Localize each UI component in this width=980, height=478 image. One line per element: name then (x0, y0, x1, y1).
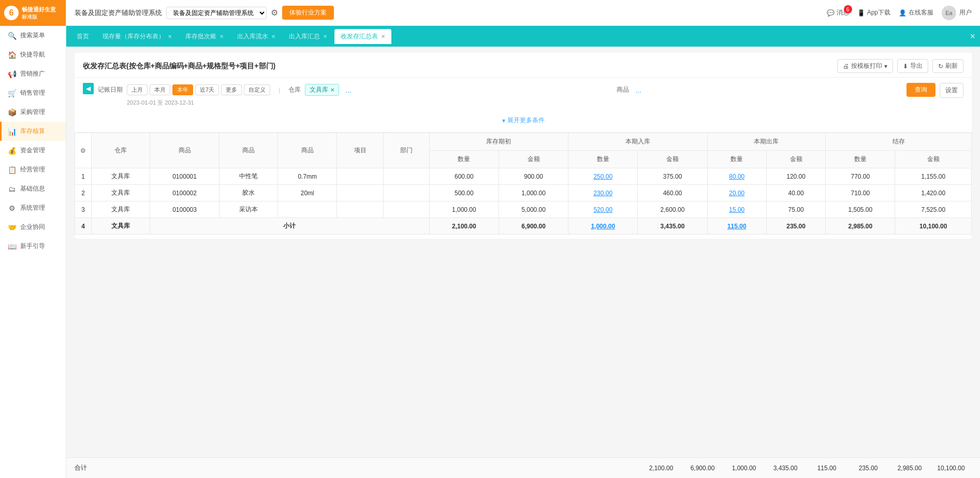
tab-inout-flow[interactable]: 出入库流水✕ (231, 29, 282, 44)
tab-home[interactable]: 首页 (70, 29, 95, 44)
tab-inventory-dist[interactable]: 现存量（库存分布表）✕ (96, 29, 178, 44)
online-service-button[interactable]: 👤 在线客服 (899, 8, 933, 17)
warehouse-tag-text: 文具库 (310, 85, 328, 94)
row-bal-amount: 1,155.00 (895, 168, 972, 185)
sidebar-item-purchase[interactable]: 📦采购管理 (0, 103, 66, 122)
row-project (337, 201, 383, 218)
sidebar-item-label: 系统管理 (20, 204, 45, 212)
sidebar-item-operations[interactable]: 📋经营管理 (0, 160, 66, 179)
service-icon: 👤 (899, 9, 906, 17)
sidebar-item-quick-nav[interactable]: 🏠快捷导航 (0, 45, 66, 64)
row-out-qty[interactable]: 80.00 (707, 168, 766, 185)
col-out-qty: 数量 (707, 151, 766, 168)
tab-batch-account[interactable]: 库存批次账✕ (179, 29, 230, 44)
row-goods-name: 中性笔 (220, 168, 278, 185)
row-begin-amount: 900.00 (499, 168, 568, 185)
date-btn-更多[interactable]: 更多 (221, 84, 242, 95)
date-filter-label: 记账日期 (98, 85, 123, 94)
row-goods-spec: 0.7mm (278, 168, 337, 185)
goods-more-button[interactable]: ... (633, 86, 643, 94)
tab-close-inout-summary[interactable]: ✕ (323, 34, 327, 39)
warehouse-more-button[interactable]: ... (343, 86, 354, 94)
sidebar-item-search[interactable]: 🔍搜索菜单 (0, 26, 66, 45)
tab-inout-summary[interactable]: 出入库汇总✕ (283, 29, 333, 44)
total-bal-amount: 10,100.00 (930, 465, 972, 472)
refresh-button[interactable]: ↻ 刷新 (932, 59, 963, 73)
search-icon: 🔍 (8, 32, 16, 40)
col-project: 项目 (337, 133, 383, 168)
sidebar-item-label: 企业协同 (20, 223, 45, 231)
row-warehouse: 文具库 (92, 168, 150, 185)
sidebar-item-finance[interactable]: 💰资金管理 (0, 141, 66, 160)
header-settings-button[interactable]: ⚙ (271, 8, 278, 18)
experience-button[interactable]: 体验行业方案 (282, 6, 334, 20)
row-project (337, 168, 383, 185)
row-bal-qty: 710.00 (826, 185, 895, 201)
col-balance: 结存 (826, 133, 972, 151)
tab-close-inventory-dist[interactable]: ✕ (168, 34, 172, 39)
col-period-begin: 库存期初 (429, 133, 568, 151)
col-goods-spec: 商品 (278, 133, 337, 168)
print-button[interactable]: 🖨 按模板打印 ▾ (837, 59, 893, 73)
col-period-in: 本期入库 (568, 133, 707, 151)
col-begin-qty: 数量 (429, 151, 499, 168)
app-download-button[interactable]: 📱 App下载 (857, 8, 890, 17)
row-index: 3 (75, 201, 92, 218)
tab-close-batch-account[interactable]: ✕ (220, 34, 224, 39)
date-btn-近7天[interactable]: 近7天 (195, 84, 219, 95)
total-in-qty: 1,000.00 (723, 465, 765, 472)
row-in-amount: 375.00 (638, 168, 707, 185)
row-in-qty[interactable]: 230.00 (568, 185, 638, 201)
warehouse-remove-icon[interactable]: ✕ (330, 87, 334, 93)
row-begin-qty: 600.00 (429, 168, 499, 185)
expand-filter-button[interactable]: ▾ 展开更多条件 (502, 116, 545, 125)
row-in-qty[interactable]: 250.00 (568, 168, 638, 185)
row-goods-code: 0100003 (150, 201, 219, 218)
tabs-close-right[interactable]: ✕ (966, 32, 976, 40)
subtotal-begin-amount: 6,900.00 (499, 218, 568, 235)
date-btn-本年[interactable]: 本年 (172, 84, 193, 95)
tab-close-inout-flow[interactable]: ✕ (271, 34, 275, 39)
row-out-qty[interactable]: 20.00 (707, 185, 766, 201)
total-out-qty: 115.00 (806, 465, 847, 472)
sidebar-item-enterprise[interactable]: 🤝企业协同 (0, 218, 66, 237)
filter-collapse-button[interactable]: ◀ (83, 83, 94, 94)
subtotal-index: 4 (75, 218, 92, 235)
print-icon: 🖨 (843, 63, 849, 70)
sidebar-item-guide[interactable]: 📖新手引导 (0, 237, 66, 256)
warehouse-filter-label: 仓库 (288, 85, 301, 94)
date-btn-自定义[interactable]: 自定义 (244, 84, 270, 95)
sidebar-item-label: 采购管理 (20, 108, 45, 117)
finance-icon: 💰 (8, 147, 16, 155)
sidebar-item-basic-info[interactable]: 🗂基础信息 (0, 179, 66, 198)
row-bal-amount: 7,525.00 (895, 201, 972, 218)
sidebar-item-inventory[interactable]: 📊库存核算 (0, 122, 66, 141)
sidebar-item-sales[interactable]: 🛒销售管理 (0, 83, 66, 103)
chevron-down-icon: ▾ (502, 117, 505, 124)
system-selector[interactable]: 装备及固定资产辅助管理系统 (166, 7, 267, 19)
content-area: 收发存汇总表(按仓库+商品编码+商品+规格型号+项目+部门) 🖨 按模板打印 ▾… (66, 47, 980, 457)
row-out-qty[interactable]: 15.00 (707, 201, 766, 218)
row-begin-qty: 500.00 (429, 185, 499, 201)
row-out-amount: 120.00 (766, 168, 825, 185)
export-button[interactable]: ⬇ 导出 (897, 59, 928, 73)
warehouse-filter-tag[interactable]: 文具库 ✕ (305, 84, 339, 96)
total-in-amount: 3,435.00 (765, 465, 806, 472)
inventory-icon: 📊 (8, 127, 16, 136)
query-button[interactable]: 查询 (906, 83, 935, 97)
table-settings-icon[interactable]: ⚙ (75, 133, 92, 168)
sidebar-item-system[interactable]: ⚙系统管理 (0, 198, 66, 218)
system-title: 装备及固定资产辅助管理系统 (75, 8, 162, 18)
row-begin-amount: 5,000.00 (499, 201, 568, 218)
user-area[interactable]: Ea 用户 (942, 6, 972, 20)
row-in-qty[interactable]: 520.00 (568, 201, 638, 218)
notification-button[interactable]: 💬 消息 6 (827, 8, 849, 17)
tab-receive-summary[interactable]: 收发存汇总表✕ (334, 29, 391, 44)
filter-settings-button[interactable]: 设置 (940, 83, 963, 98)
date-btn-本月[interactable]: 本月 (150, 84, 170, 95)
tab-close-receive-summary[interactable]: ✕ (381, 34, 385, 39)
col-warehouse: 仓库 (92, 133, 150, 168)
date-btn-上月[interactable]: 上月 (127, 84, 148, 95)
row-index: 2 (75, 185, 92, 201)
sidebar-item-marketing[interactable]: 📢营销推广 (0, 64, 66, 83)
